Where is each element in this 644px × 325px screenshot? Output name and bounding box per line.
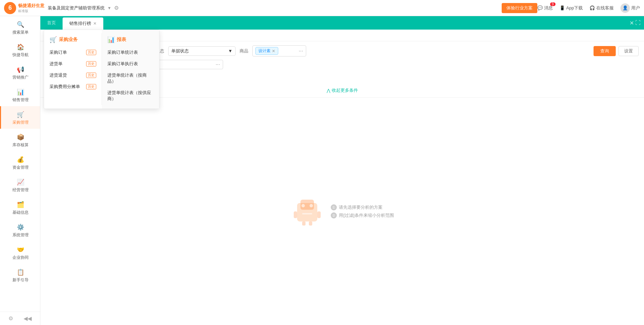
svg-rect-5: [294, 211, 297, 218]
sales-icon: 📊: [17, 88, 24, 96]
report-item-1-label: 采购订单执行表: [107, 61, 138, 67]
sidebar-item-system[interactable]: ⚙️ 系统管理: [0, 219, 40, 241]
empty-hint-2-text: 用[过滤]条件来缩小分析范围: [339, 212, 394, 218]
sidebar-item-quick-nav[interactable]: 🏠 快捷导航: [0, 39, 40, 61]
sidebar-item-enterprise[interactable]: 🤝 企业协同: [0, 241, 40, 264]
svg-rect-6: [317, 211, 321, 218]
sidebar-item-search[interactable]: 🔍 搜索菜单: [0, 16, 40, 39]
svg-rect-4: [302, 213, 312, 214]
dropdown-item-supplier-stat[interactable]: 进货单统计表（按供应商）: [102, 87, 159, 105]
dropdown-item-purchase-order[interactable]: 采购订单 历史: [44, 47, 102, 58]
user-btn[interactable]: 👤 用户: [620, 3, 640, 13]
empty-num-1: ①: [331, 204, 337, 210]
svg-point-2: [301, 204, 305, 207]
sidebar-label-guide: 新手引导: [12, 277, 29, 283]
online-service-btn[interactable]: 🎧 在线客服: [589, 5, 614, 11]
tab-home-label: 首页: [47, 20, 56, 26]
logo-main: 畅捷通好生意: [18, 3, 44, 9]
system-name: 装备及固定资产辅助管理系统 ▼ ⚙: [48, 5, 502, 11]
purchase-expense-hist: 历史: [86, 84, 96, 89]
sidebar-item-marketing[interactable]: 📢 营销推广: [0, 61, 40, 84]
set-button[interactable]: 设置: [618, 46, 639, 56]
message-icon: 💬: [537, 5, 543, 10]
sidebar-label-marketing: 营销推广: [12, 75, 29, 80]
svg-rect-7: [302, 221, 306, 226]
salesperson-select[interactable]: ···: [156, 60, 223, 69]
dropdown-item-purchase-order-stat[interactable]: 采购订单统计表: [102, 47, 159, 58]
sidebar-item-inventory[interactable]: 📦 库存核算: [0, 129, 40, 151]
goods-dots[interactable]: ···: [299, 48, 303, 54]
tab-close-all-icon[interactable]: ✕: [630, 20, 634, 26]
collapse-button[interactable]: ⋀ 收起更多条件: [327, 87, 358, 93]
goods-select[interactable]: 设计素 ✕ ···: [252, 45, 306, 56]
sidebar-label-quick-nav: 快捷导航: [12, 52, 29, 58]
tab-sales-rank-label: 销售排行榜: [69, 21, 91, 27]
sidebar-collapse-icon[interactable]: ◀◀: [24, 315, 32, 322]
purchase-icon: 🛒: [17, 111, 24, 118]
sidebar: 🔍 搜索菜单 🏠 快捷导航 📢 营销推广 📊 销售管理 🛒 采购管理 📦 库存核…: [0, 16, 40, 325]
logo-sub: 标准版: [18, 9, 44, 13]
dropdown-item-goods-stat[interactable]: 进货单统计表（按商品）: [102, 70, 159, 87]
dropdown-item-purchase-order-exec[interactable]: 采购订单执行表: [102, 58, 159, 70]
empty-hint-1: ① 请先选择要分析的方案: [331, 204, 383, 210]
sidebar-item-basic[interactable]: 🗂️ 基础信息: [0, 196, 40, 219]
basic-icon: 🗂️: [17, 201, 24, 208]
top-bar: 6 畅捷通好生意 标准版 装备及固定资产辅助管理系统 ▼ ⚙ 体验行业方案 💬 …: [0, 0, 644, 16]
tab-close-icon[interactable]: ✕: [93, 21, 97, 26]
goods-label: 商品: [240, 48, 248, 54]
dropdown-item-purchase-return[interactable]: 进货退货 历史: [44, 70, 102, 81]
query-button[interactable]: 查询: [594, 46, 616, 56]
goods-tag-close[interactable]: ✕: [272, 49, 275, 53]
dropdown-item-purchase-expense[interactable]: 采购费用分摊单 历史: [44, 81, 102, 92]
user-avatar: 👤: [620, 3, 630, 13]
tab-resize-icon[interactable]: ⛶: [635, 20, 641, 26]
goods-tag: 设计素 ✕: [255, 47, 278, 55]
salesperson-dots[interactable]: ···: [216, 62, 220, 68]
sidebar-bottom: ⚙ ◀◀: [0, 312, 40, 325]
sidebar-item-purchase[interactable]: 🛒 采购管理: [0, 106, 40, 129]
doc-status-select[interactable]: 单据状态 ▼: [168, 46, 236, 56]
industry-btn[interactable]: 体验行业方案: [502, 3, 537, 13]
sidebar-item-finance[interactable]: 💰 资金管理: [0, 151, 40, 174]
headset-icon: 🎧: [589, 5, 595, 10]
doc-status-value: 单据状态: [171, 48, 189, 54]
system-name-arrow-icon[interactable]: ▼: [107, 6, 111, 10]
top-right: 💬 消息 9 📱 App下载 🎧 在线客服 👤 用户: [537, 3, 640, 13]
settings-icon[interactable]: ⚙: [114, 5, 119, 11]
message-badge: 9: [550, 2, 556, 6]
sidebar-item-operations[interactable]: 📈 经营管理: [0, 174, 40, 196]
dropdown-report-title: 报表: [117, 37, 126, 43]
svg-rect-8: [309, 221, 312, 226]
purchase-col-icon: 🛒: [49, 36, 57, 43]
sidebar-label-purchase: 采购管理: [12, 120, 29, 125]
app-download-btn[interactable]: 📱 App下载: [560, 5, 583, 11]
dropdown-purchase-col: 🛒 采购业务 采购订单 历史 进货单 历史 进货退货 历史 采购费用分摊单: [44, 30, 102, 109]
enterprise-icon: 🤝: [17, 246, 24, 253]
tab-sales-rank[interactable]: 销售排行榜 ✕: [63, 17, 103, 30]
purchase-goods-label: 进货单: [49, 61, 63, 67]
sidebar-settings-icon[interactable]: ⚙: [8, 315, 13, 322]
layout: 🔍 搜索菜单 🏠 快捷导航 📢 营销推广 📊 销售管理 🛒 采购管理 📦 库存核…: [0, 16, 644, 325]
sidebar-item-guide[interactable]: 📋 新手引导: [0, 264, 40, 286]
message-btn[interactable]: 💬 消息 9: [537, 5, 553, 11]
sidebar-item-sales[interactable]: 📊 销售管理: [0, 84, 40, 106]
app-download-label: App下载: [566, 5, 583, 11]
tab-bar: 首页 销售排行榜 ✕ ✕ ⛶: [40, 16, 644, 30]
phone-icon: 📱: [560, 5, 565, 10]
report-col-icon: 📊: [107, 36, 115, 43]
empty-content: ① 请先选择要分析的方案 ② 用[过滤]条件来缩小分析范围: [290, 196, 394, 227]
dropdown-purchase-title: 采购业务: [59, 37, 78, 43]
finance-icon: 💰: [17, 156, 24, 163]
main-area: 首页 销售排行榜 ✕ ✕ ⛶ ❓ 帮助 🖨 按模板打印: [40, 16, 644, 325]
tab-home[interactable]: 首页: [40, 16, 63, 30]
inventory-icon: 📦: [17, 133, 24, 141]
system-icon: ⚙️: [17, 224, 24, 231]
sidebar-label-basic: 基础信息: [12, 210, 29, 215]
purchase-goods-hist: 历史: [86, 61, 96, 67]
purchase-order-hist: 历史: [86, 50, 96, 55]
dropdown-item-purchase-goods[interactable]: 进货单 历史: [44, 58, 102, 70]
filter-actions: 查询 设置: [594, 46, 639, 56]
report-item-2-label: 进货单统计表（按商品）: [107, 72, 154, 84]
logo-area: 6 畅捷通好生意 标准版: [4, 2, 44, 14]
purchase-dropdown-menu: 🛒 采购业务 采购订单 历史 进货单 历史 进货退货 历史 采购费用分摊单: [44, 30, 159, 109]
